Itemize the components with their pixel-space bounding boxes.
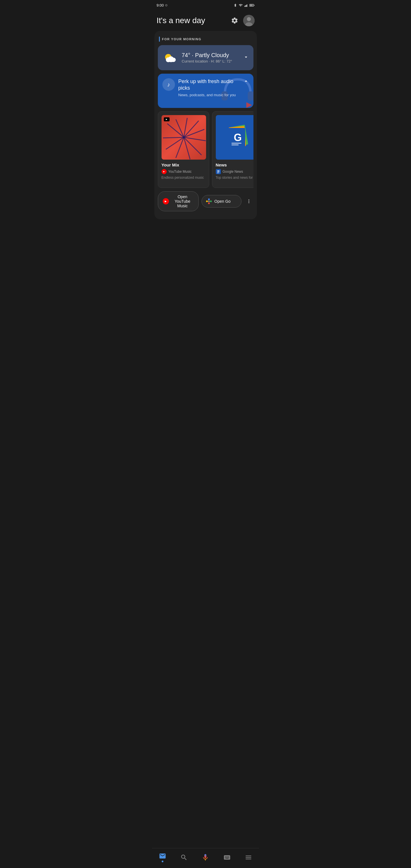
audio-picks-card[interactable]: ♪ Perk up with fresh audio picks News, p… <box>158 74 253 108</box>
your-mix-thumbnail <box>162 115 206 160</box>
mic-icon <box>201 854 210 862</box>
svg-line-18 <box>167 124 184 137</box>
nav-lens[interactable] <box>177 852 191 862</box>
open-google-label: Open Go <box>214 199 231 204</box>
bluetooth-icon <box>233 3 237 7</box>
audio-card-content: ♪ Perk up with fresh audio picks News, p… <box>158 74 253 102</box>
lens-icon <box>180 854 188 861</box>
svg-point-8 <box>247 17 251 21</box>
audio-chevron-up-icon <box>243 78 249 85</box>
news-title: News <box>216 162 253 167</box>
svg-rect-2 <box>246 5 247 6</box>
svg-rect-1 <box>245 5 246 6</box>
battery-icon <box>249 3 255 7</box>
google-podcasts-icon <box>206 198 212 205</box>
record-icon: ⊙ <box>165 3 167 7</box>
news-card[interactable]: G News Google News <box>212 111 253 188</box>
more-options-button[interactable] <box>244 197 253 206</box>
keyboard-icon <box>223 854 231 861</box>
news-description: Top stories and news for you <box>216 175 253 180</box>
svg-marker-17 <box>246 102 252 108</box>
google-news-source-icon <box>216 169 221 174</box>
open-google-button[interactable]: Open Go <box>201 195 242 208</box>
news-source-name: Google News <box>223 169 243 174</box>
audio-card-subtitle: News, podcasts, and music for you <box>179 93 243 97</box>
svg-rect-34 <box>231 145 239 145</box>
your-mix-source-name: YouTube Music <box>168 169 192 174</box>
status-bar: 9:00 ⊙ <box>152 0 259 9</box>
discover-icon <box>159 852 166 860</box>
status-time: 9:00 ⊙ <box>157 3 167 7</box>
audio-card-text: Perk up with fresh audio picks News, pod… <box>179 78 243 97</box>
weather-info-left: 74° · Partly Cloudy Current location · H… <box>162 50 232 66</box>
discover-active-dot <box>162 861 163 862</box>
svg-text:G: G <box>234 132 242 143</box>
your-mix-description: Endless personalized music <box>162 175 205 180</box>
your-mix-source: YouTube Music <box>162 169 205 174</box>
svg-line-19 <box>176 119 184 137</box>
nav-mic[interactable] <box>198 852 213 863</box>
chevron-up-icon <box>243 78 249 84</box>
svg-line-28 <box>163 137 184 138</box>
svg-rect-38 <box>217 173 219 173</box>
page-header: It's a new day <box>152 9 259 31</box>
news-thumbnail: G <box>216 115 253 160</box>
weather-icon-container <box>162 50 179 66</box>
user-avatar[interactable] <box>243 15 255 26</box>
yt-music-lines <box>162 115 206 160</box>
youtube-music-source-icon <box>162 169 167 174</box>
svg-rect-5 <box>254 5 254 6</box>
more-vert-icon <box>246 198 252 204</box>
google-news-logo: G <box>225 124 251 150</box>
svg-rect-36 <box>217 170 220 171</box>
settings-button[interactable] <box>229 16 240 26</box>
gear-icon <box>231 17 238 24</box>
yt-music-btn-icon <box>163 198 169 205</box>
svg-rect-0 <box>244 6 245 7</box>
google-news-thumbnail-art: G <box>216 115 253 160</box>
avatar-svg <box>243 15 255 26</box>
page-title: It's a new day <box>157 16 205 25</box>
wifi-icon <box>239 3 243 7</box>
audio-card-title: Perk up with fresh audio picks <box>179 78 243 92</box>
weather-location-detail: Current location · H: 86° L: 72° <box>182 59 232 63</box>
header-actions <box>229 15 255 26</box>
your-mix-card[interactable]: Your Mix YouTube Music Endless personali… <box>158 111 209 188</box>
partly-cloudy-icon <box>162 50 179 66</box>
svg-rect-33 <box>231 143 242 144</box>
open-yt-music-label: Open YouTube Music <box>171 194 194 208</box>
your-mix-title: Your Mix <box>162 162 205 167</box>
svg-point-40 <box>208 203 210 204</box>
news-source: Google News <box>216 169 253 174</box>
nav-discover[interactable] <box>156 851 170 863</box>
open-youtube-music-button[interactable]: Open YouTube Music <box>158 191 199 211</box>
status-icons <box>233 3 255 7</box>
action-buttons-row: Open YouTube Music Open Go <box>158 191 253 211</box>
svg-rect-14 <box>168 59 173 62</box>
avatar-image <box>243 15 255 26</box>
svg-point-39 <box>208 198 210 200</box>
nav-menu[interactable] <box>241 852 255 862</box>
svg-rect-3 <box>247 4 247 7</box>
svg-point-41 <box>206 200 208 202</box>
audio-card-icon: ♪ <box>162 78 175 91</box>
weather-chevron-icon <box>243 54 249 61</box>
menu-icon <box>245 854 252 861</box>
bottom-navigation <box>152 848 259 868</box>
nav-keyboard[interactable] <box>220 852 234 862</box>
podcasts-svg-icon <box>206 198 212 205</box>
weather-card[interactable]: 74° · Partly Cloudy Current location · H… <box>158 45 253 70</box>
gnews-icon-small <box>216 169 221 174</box>
main-card: FOR YOUR MORNING 74° · Partly Cloudy Cur… <box>154 31 257 219</box>
section-bar <box>159 36 160 42</box>
music-note-icon: ♪ <box>167 82 170 88</box>
svg-point-42 <box>210 200 212 202</box>
weather-temp-description: 74° · Partly Cloudy <box>182 52 232 59</box>
svg-rect-6 <box>250 4 253 6</box>
weather-text: 74° · Partly Cloudy Current location · H… <box>182 52 232 63</box>
yt-music-thumbnail-art <box>162 115 206 160</box>
signal-icon <box>244 3 248 7</box>
svg-rect-37 <box>217 172 220 172</box>
section-label: FOR YOUR MORNING <box>154 34 257 45</box>
media-items-row: Your Mix YouTube Music Endless personali… <box>158 111 253 188</box>
